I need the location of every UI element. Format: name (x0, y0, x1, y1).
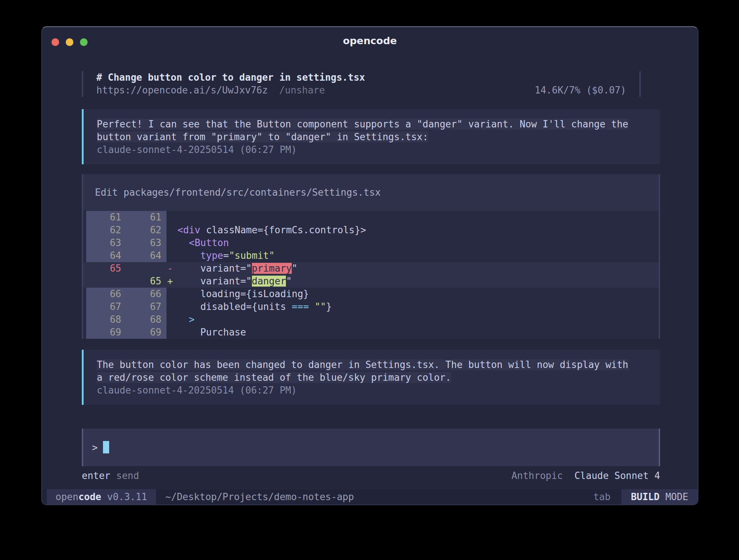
diff-row: 6666 loading={isLoading} (83, 288, 659, 300)
code-line: type="submit" (177, 249, 275, 262)
diff-sign (166, 288, 177, 300)
diff-row: 6464 type="submit" (83, 249, 659, 262)
model-indicator: Anthropic Claude Sonnet 4 (512, 469, 660, 482)
diff-row: 6969 Purchase (83, 326, 659, 339)
code-token: } (326, 301, 332, 312)
share-url[interactable]: https://opencode.ai/s/UwJxv76z (96, 84, 268, 97)
app-name-open: open (55, 491, 79, 502)
diff-sign: - (166, 262, 177, 275)
session-title: # Change button color to danger in setti… (96, 71, 626, 84)
assistant-message: The button color has been changed to dan… (82, 350, 660, 405)
code-token: <Button (189, 237, 229, 248)
code-line: > (177, 313, 195, 326)
code-line: variant="danger" (177, 275, 292, 288)
session-header: # Change button color to danger in setti… (82, 71, 641, 97)
code-token: <div (177, 225, 200, 235)
app-version: v0.3.11 (107, 491, 147, 502)
input-hints: enter send Anthropic Claude Sonnet 4 (82, 469, 660, 482)
new-line-number: 69 (126, 326, 166, 339)
old-line-number: 64 (86, 249, 126, 262)
session-subheader: https://opencode.ai/s/UwJxv76z /unshare … (96, 84, 626, 97)
code-token (177, 276, 200, 287)
code-token (177, 250, 200, 261)
diff-row: 6363 <Button (83, 237, 659, 249)
old-line-number: 69 (86, 326, 126, 339)
diff-sign (166, 224, 177, 237)
old-line-number: 67 (86, 300, 126, 313)
diff-sign (166, 313, 177, 326)
opencode-window: opencode # Change button color to danger… (41, 26, 698, 505)
new-line-number: 65 (126, 275, 166, 288)
code-line: disabled={units === ""} (177, 300, 332, 313)
code-line: <div className={formCs.controls}> (177, 224, 366, 237)
code-line: <Button (177, 237, 229, 249)
text-cursor (103, 441, 109, 453)
new-line-number: 63 (126, 237, 166, 249)
model-timestamp: claude-sonnet-4-20250514 (06:27 PM) (97, 143, 647, 156)
code-token: className={formCs.controls}> (200, 225, 366, 235)
old-line-number: 61 (86, 211, 126, 224)
code-token: variant=" (200, 263, 252, 274)
message-line: The button color has been changed to dan… (97, 358, 647, 371)
working-directory: ~/Desktop/Projects/demo-notes-app (165, 489, 354, 505)
diff-row: 6868 > (83, 313, 659, 326)
code-token: " (286, 276, 292, 287)
unshare-command[interactable]: /unshare (279, 84, 325, 97)
diff-row: 65- variant="primary" (83, 262, 659, 275)
diff-sign (166, 326, 177, 339)
new-line-number: 62 (126, 224, 166, 237)
diff-sign (166, 300, 177, 313)
model-timestamp: claude-sonnet-4-20250514 (06:27 PM) (97, 384, 647, 397)
diff-sign (166, 249, 177, 262)
provider-name: Anthropic (512, 470, 563, 481)
new-line-number: 67 (126, 300, 166, 313)
prompt-symbol: > (92, 442, 98, 453)
code-token: primary (252, 263, 292, 274)
model-name: Claude Sonnet 4 (574, 470, 660, 481)
code-token: variant=" (200, 276, 252, 287)
window-title: opencode (42, 35, 698, 46)
diff-sign (166, 237, 177, 249)
code-line: Purchase (177, 326, 246, 339)
code-token (177, 301, 200, 312)
diff-sign (166, 211, 177, 224)
tab-key-hint[interactable]: tab (593, 489, 610, 505)
code-token: === (292, 301, 309, 312)
edit-file-path: Edit packages/frontend/src/containers/Se… (83, 174, 659, 211)
code-token: loading={isLoading} (200, 288, 309, 299)
new-line-number: 66 (126, 288, 166, 300)
enter-key-hint: enter (82, 469, 110, 482)
code-token (309, 301, 315, 312)
diff-row: 6161 (83, 211, 659, 224)
mode-label: MODE (665, 491, 688, 502)
mode-value: BUILD (631, 491, 659, 502)
code-token (177, 237, 189, 248)
old-line-number: 65 (86, 262, 126, 275)
message-line: button variant from "primary" to "danger… (97, 131, 647, 143)
mode-chip[interactable]: BUILDMODE (621, 489, 698, 505)
diff-row: 6767 disabled={units === ""} (83, 300, 659, 313)
diff-sign: + (166, 275, 177, 288)
code-token (177, 288, 200, 299)
prompt-input[interactable]: > (82, 429, 660, 466)
old-line-number: 68 (86, 313, 126, 326)
old-line-number: 62 (86, 224, 126, 237)
diff-row: 65+ variant="danger" (83, 275, 659, 288)
send-action-hint: send (116, 469, 139, 482)
window-titlebar: opencode (42, 27, 698, 71)
code-token (177, 314, 189, 325)
code-line: variant="primary" (177, 262, 298, 275)
code-token: " (292, 263, 298, 274)
edit-tool-card: Edit packages/frontend/src/containers/Se… (82, 174, 660, 339)
new-line-number: 68 (126, 313, 166, 326)
message-line: Perfect! I can see that the Button compo… (97, 118, 647, 131)
new-line-number (126, 262, 166, 275)
diff-rows: 61616262<div className={formCs.controls}… (83, 211, 659, 339)
code-token: "" (315, 301, 326, 312)
token-cost-stats: 14.6K/7% ($0.07) (535, 84, 626, 97)
code-token: "submit" (229, 250, 275, 261)
code-token (177, 263, 200, 274)
code-token: danger (252, 276, 286, 287)
code-line: loading={isLoading} (177, 288, 309, 300)
new-line-number: 64 (126, 249, 166, 262)
